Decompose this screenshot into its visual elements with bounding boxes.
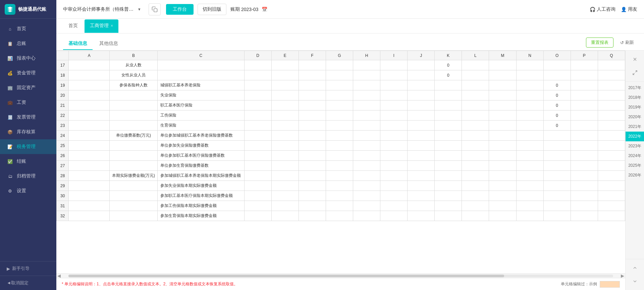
cell-27-F[interactable]	[299, 161, 326, 171]
cell-18-C[interactable]	[158, 70, 245, 80]
cell-18-O[interactable]	[543, 70, 571, 80]
year-item-2025年[interactable]: 2025年	[626, 161, 644, 170]
cell-26-P[interactable]	[571, 151, 598, 161]
cell-24-M[interactable]	[489, 131, 516, 141]
cell-27-N[interactable]	[516, 161, 543, 171]
cell-24-F[interactable]	[299, 131, 326, 141]
close-panel-button[interactable]	[628, 53, 642, 65]
scroll-down-btn[interactable]	[628, 275, 642, 287]
cell-25-E[interactable]	[271, 141, 299, 151]
expand-panel-button[interactable]	[628, 67, 642, 79]
cell-22-J[interactable]	[408, 111, 435, 121]
cell-20-B[interactable]	[110, 90, 158, 100]
cell-19-N[interactable]	[516, 80, 543, 90]
cell-21-O[interactable]: 0	[543, 100, 571, 111]
spreadsheet-container[interactable]: A B C D E F G H I J	[56, 51, 625, 273]
cell-21-I[interactable]	[380, 100, 408, 111]
cell-26-N[interactable]	[516, 151, 543, 161]
horizontal-scrollbar[interactable]: ◀ ▶	[56, 273, 625, 278]
cell-28-B[interactable]: 本期实际缴费金额(万元)	[110, 171, 158, 181]
cell-21-D[interactable]	[244, 100, 271, 111]
cell-32-J[interactable]	[408, 211, 435, 221]
cell-24-P[interactable]	[571, 131, 598, 141]
cell-19-C[interactable]: 城镇职工基本养老保险	[158, 80, 245, 90]
cell-20-L[interactable]	[462, 90, 489, 100]
cell-28-I[interactable]	[380, 171, 408, 181]
cell-22-H[interactable]	[353, 111, 380, 121]
cell-19-A[interactable]	[69, 80, 110, 90]
cell-17-L[interactable]	[462, 60, 489, 70]
cell-32-H[interactable]	[353, 211, 380, 221]
cell-26-D[interactable]	[244, 151, 271, 161]
cell-21-N[interactable]	[516, 100, 543, 111]
cell-24-B[interactable]: 单位缴费基数(万元)	[110, 131, 158, 141]
cell-26-H[interactable]	[353, 151, 380, 161]
cell-18-I[interactable]	[380, 70, 408, 80]
cell-17-I[interactable]	[380, 60, 408, 70]
cell-24-J[interactable]	[408, 131, 435, 141]
sub-tab-other[interactable]: 其他信息	[94, 38, 123, 50]
cell-23-O[interactable]: 0	[543, 121, 571, 131]
cell-20-J[interactable]	[408, 90, 435, 100]
cell-31-L[interactable]	[462, 201, 489, 211]
cell-19-J[interactable]	[408, 80, 435, 90]
cell-30-I[interactable]	[380, 191, 408, 201]
cell-32-D[interactable]	[244, 211, 271, 221]
cell-20-Q[interactable]	[598, 90, 625, 100]
cell-27-Q[interactable]	[598, 161, 625, 171]
cell-32-B[interactable]	[110, 211, 158, 221]
cell-29-D[interactable]	[244, 181, 271, 191]
cell-29-I[interactable]	[380, 181, 408, 191]
scroll-thumb[interactable]	[68, 275, 504, 277]
cell-18-Q[interactable]	[598, 70, 625, 80]
cell-31-F[interactable]	[299, 201, 326, 211]
cell-17-B[interactable]: 从业人数	[110, 60, 158, 70]
cell-26-L[interactable]	[462, 151, 489, 161]
sidebar-item-archive[interactable]: 🗂归档管理	[0, 169, 56, 184]
cell-21-G[interactable]	[326, 100, 353, 111]
cell-31-J[interactable]	[408, 201, 435, 211]
cell-20-A[interactable]	[69, 90, 110, 100]
cell-31-Q[interactable]	[598, 201, 625, 211]
sidebar-item-assets[interactable]: 🏢固定资产	[0, 80, 56, 95]
cell-31-E[interactable]	[271, 201, 299, 211]
cell-26-B[interactable]	[110, 151, 158, 161]
cell-31-P[interactable]	[571, 201, 598, 211]
cell-19-I[interactable]	[380, 80, 408, 90]
cell-23-A[interactable]	[69, 121, 110, 131]
year-item-2022年[interactable]: 2022年	[626, 132, 644, 141]
cell-19-D[interactable]	[244, 80, 271, 90]
cell-29-M[interactable]	[489, 181, 516, 191]
cell-18-K[interactable]: 0	[435, 70, 462, 80]
cell-22-M[interactable]	[489, 111, 516, 121]
cell-28-C[interactable]: 参加城镇职工基本养老保险本期实际缴费金额	[158, 171, 245, 181]
sidebar-item-funds[interactable]: 💰资金管理	[0, 66, 56, 80]
sidebar-item-reports[interactable]: 📊报表中心	[0, 51, 56, 66]
cell-30-G[interactable]	[326, 191, 353, 201]
cell-22-K[interactable]	[435, 111, 462, 121]
cell-25-P[interactable]	[571, 141, 598, 151]
sub-tab-basic[interactable]: 基础信息	[63, 38, 93, 50]
cell-30-A[interactable]	[69, 191, 110, 201]
year-item-2020年[interactable]: 2020年	[626, 112, 644, 122]
tab-close-industry[interactable]: ×	[111, 23, 113, 28]
cell-23-H[interactable]	[353, 121, 380, 131]
scroll-track[interactable]	[68, 275, 613, 277]
cell-25-L[interactable]	[462, 141, 489, 151]
cell-22-C[interactable]: 工伤保险	[158, 111, 245, 121]
cell-21-J[interactable]	[408, 100, 435, 111]
cell-29-G[interactable]	[326, 181, 353, 191]
cell-29-L[interactable]	[462, 181, 489, 191]
cell-31-O[interactable]	[543, 201, 571, 211]
cell-24-N[interactable]	[516, 131, 543, 141]
cell-20-G[interactable]	[326, 90, 353, 100]
cell-22-G[interactable]	[326, 111, 353, 121]
cell-26-J[interactable]	[408, 151, 435, 161]
cell-32-P[interactable]	[571, 211, 598, 221]
sidebar-item-checkout[interactable]: ✅结账	[0, 154, 56, 169]
reset-report-button[interactable]: 重置报表	[586, 38, 613, 48]
cell-21-E[interactable]	[271, 100, 299, 111]
cell-20-C[interactable]: 失业保险	[158, 90, 245, 100]
cell-32-I[interactable]	[380, 211, 408, 221]
cell-17-H[interactable]	[353, 60, 380, 70]
